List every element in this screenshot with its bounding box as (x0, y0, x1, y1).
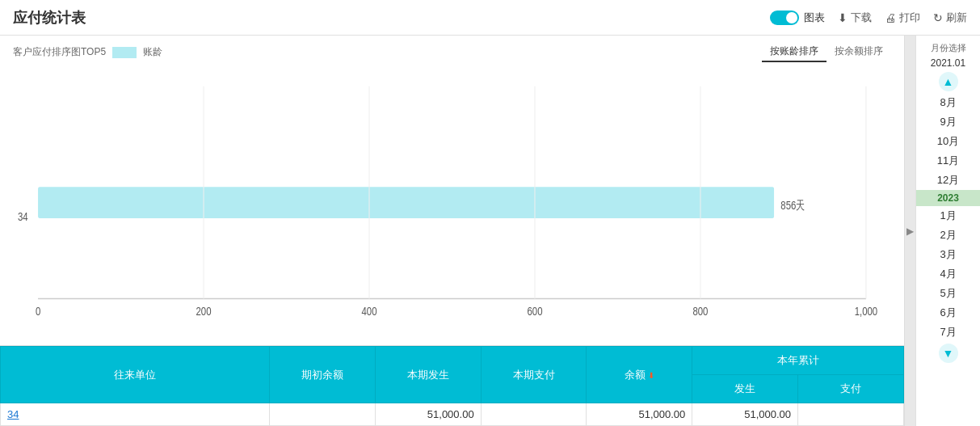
month-item-12[interactable]: 12月 (916, 171, 980, 190)
table-section: 往来单位 期初余额 本期发生 本期支付 余额 ⬇ 本年累计 发生 (0, 345, 904, 426)
ytd-occurrence-cell: 51,000.00 (692, 403, 798, 426)
svg-text:800: 800 (692, 305, 708, 318)
svg-text:600: 600 (527, 305, 542, 318)
print-icon: 🖨 (885, 11, 896, 24)
unit-cell: 34 (1, 403, 270, 426)
chart-toggle-switch[interactable] (770, 11, 799, 25)
balance-cell: 51,000.00 (587, 403, 692, 426)
month-item-11[interactable]: 11月 (916, 151, 980, 171)
download-icon: ⬇ (838, 11, 848, 24)
sidebar-label: 月份选择 (931, 39, 966, 56)
month-item-3[interactable]: 3月 (916, 245, 980, 264)
sidebar-collapse-button[interactable]: ▶ (904, 36, 915, 426)
refresh-button[interactable]: ↻ 刷新 (933, 11, 967, 25)
sidebar-current-date: 2021.01 (927, 56, 969, 70)
svg-rect-1 (38, 187, 774, 218)
print-label: 打印 (899, 11, 920, 25)
chart-legend: 客户应付排序图TOP5 账龄 (13, 45, 162, 59)
chart-toggle-label: 图表 (804, 11, 825, 25)
col-occurrence-header: 本期发生 (375, 347, 481, 403)
ytd-payment-cell (798, 403, 904, 426)
page-header: 应付统计表 图表 ⬇ 下载 🖨 打印 ↻ 刷新 (0, 0, 980, 36)
current-occurrence-cell: 51,000.00 (375, 403, 481, 426)
col-opening-header: 期初余额 (270, 347, 376, 403)
year-marker-2023: 2023 (916, 190, 980, 206)
chart-section: 客户应付排序图TOP5 账龄 按账龄排序 按余额排序 34 856天 (0, 36, 904, 426)
page-title: 应付统计表 (13, 8, 86, 27)
refresh-label: 刷新 (946, 11, 967, 25)
right-sidebar: 月份选择 2021.01 ▲ 8月 9月 10月 11月 12月 2023 1月… (915, 36, 980, 426)
unit-link[interactable]: 34 (7, 408, 19, 420)
opening-balance-cell (270, 403, 376, 426)
table-row: 34 51,000.00 51,000.00 51,000.00 (1, 403, 904, 426)
month-item-8[interactable]: 8月 (916, 93, 980, 112)
svg-text:400: 400 (362, 305, 377, 318)
chart-svg: 34 856天 0 200 400 600 800 1,000 (13, 75, 891, 332)
sort-tab-age[interactable]: 按账龄排序 (762, 42, 826, 62)
col-ytd-header: 本年累计 (692, 347, 904, 375)
col-unit-header: 往来单位 (1, 347, 270, 403)
month-item-7[interactable]: 7月 (916, 323, 980, 342)
col-payment-header: 本期支付 (481, 347, 587, 403)
download-button[interactable]: ⬇ 下载 (838, 11, 872, 25)
month-item-2[interactable]: 2月 (916, 226, 980, 245)
svg-text:200: 200 (196, 305, 212, 318)
chart-wrapper: 34 856天 0 200 400 600 800 1,000 (0, 69, 904, 345)
sidebar-nav-down[interactable]: ▼ (939, 344, 958, 363)
download-label: 下载 (851, 11, 872, 25)
chart-header: 客户应付排序图TOP5 账龄 按账龄排序 按余额排序 (0, 36, 904, 69)
svg-text:34: 34 (18, 209, 28, 223)
sidebar-nav-up[interactable]: ▲ (939, 72, 958, 91)
print-button[interactable]: 🖨 打印 (885, 11, 920, 25)
data-table: 往来单位 期初余额 本期发生 本期支付 余额 ⬇ 本年累计 发生 (0, 346, 904, 426)
collapse-icon: ▶ (906, 226, 914, 237)
month-item-9[interactable]: 9月 (916, 112, 980, 132)
month-item-1[interactable]: 1月 (916, 206, 980, 226)
col-ytd-occurrence-header: 发生 (692, 375, 798, 403)
month-item-4[interactable]: 4月 (916, 264, 980, 284)
svg-text:1,000: 1,000 (855, 305, 877, 318)
month-item-10[interactable]: 10月 (916, 132, 980, 151)
main-content: 客户应付排序图TOP5 账龄 按账龄排序 按余额排序 34 856天 (0, 36, 980, 426)
current-payment-cell (481, 403, 587, 426)
balance-icon: ⬇ (648, 371, 654, 380)
month-item-5[interactable]: 5月 (916, 284, 980, 303)
legend-box-label: 账龄 (143, 45, 162, 59)
refresh-icon: ↻ (933, 11, 943, 24)
legend-label: 客户应付排序图TOP5 (13, 45, 106, 59)
col-balance-header: 余额 ⬇ (587, 347, 692, 403)
chart-toggle-group[interactable]: 图表 (770, 11, 825, 25)
legend-box (112, 47, 137, 58)
svg-text:0: 0 (36, 305, 40, 318)
header-actions: 图表 ⬇ 下载 🖨 打印 ↻ 刷新 (770, 11, 967, 25)
svg-text:856天: 856天 (780, 198, 805, 212)
chart-sort-tabs: 按账龄排序 按余额排序 (762, 42, 891, 62)
sort-tab-balance[interactable]: 按余额排序 (826, 42, 891, 62)
col-ytd-payment-header: 支付 (798, 375, 904, 403)
month-item-6[interactable]: 6月 (916, 303, 980, 323)
